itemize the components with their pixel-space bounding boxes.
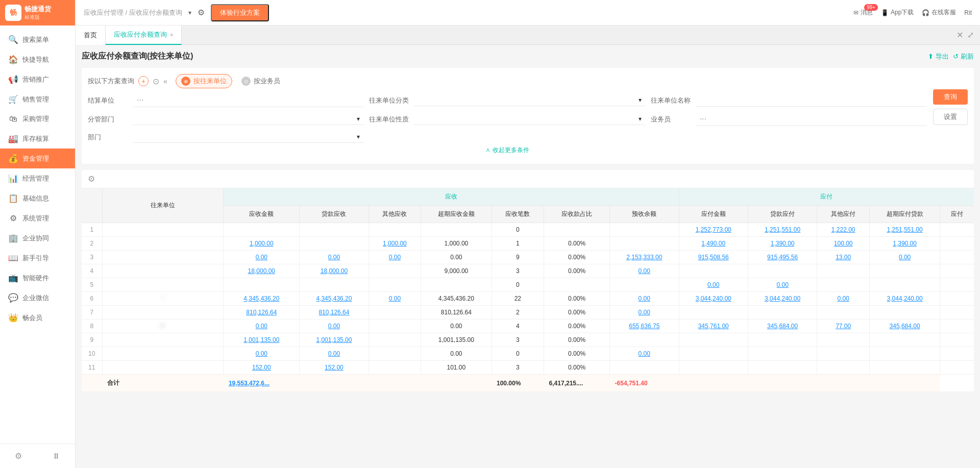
cell-loan-payable[interactable]: 3,044,240.00 [748, 292, 817, 306]
cell-other-receivable[interactable]: 0.00 [369, 292, 421, 306]
sidebar-item-guide[interactable]: 📖 新手引导 [0, 248, 75, 268]
cell-advance-balance[interactable]: 0.00 [610, 347, 679, 361]
cell-loan-payable[interactable]: 915,495.56 [748, 251, 817, 264]
cell-receivable-amount[interactable]: 18,000.00 [224, 264, 300, 278]
cell-loan-payable[interactable]: 0.00 [748, 278, 817, 292]
window-expand-icon[interactable]: ⤢ [967, 30, 974, 40]
cell-other-receivable[interactable]: 1,000.00 [369, 237, 421, 251]
cell-payable-amount[interactable]: 915,508.56 [679, 251, 748, 264]
dept-chevron: ▾ [357, 133, 360, 140]
cell-other-payable [817, 264, 870, 278]
dept-select[interactable]: ▾ [133, 131, 364, 143]
cell-overdue-payable[interactable]: 3,044,240.00 [869, 292, 940, 306]
cell-advance-balance[interactable]: 0.00 [610, 306, 679, 319]
sidebar-item-sales[interactable]: 🛒 销售管理 [0, 89, 75, 109]
cell-loan-receivable[interactable]: 4,345,436.20 [300, 292, 369, 306]
cell-overdue-payable[interactable]: 0.00 [869, 251, 940, 264]
cell-receivable-amount[interactable]: 810,126.64 [224, 306, 300, 319]
cell-other-payable[interactable]: 100.00 [817, 237, 870, 251]
sidebar-item-enterprise[interactable]: 🏢 企业协同 [0, 228, 75, 248]
cell-loan-receivable[interactable]: 0.00 [300, 251, 369, 264]
cell-receivable-amount[interactable]: 4,345,436.20 [224, 292, 300, 306]
sidebar-item-purchase[interactable]: 🛍 采购管理 [0, 109, 75, 129]
cell-other-payable[interactable]: 0.00 [817, 292, 870, 306]
cell-overdue-payable[interactable]: 1,390.00 [869, 237, 940, 251]
query-button[interactable]: 查询 [933, 89, 968, 105]
cell-loan-payable[interactable]: 345,684.00 [748, 319, 817, 333]
sidebar-item-finance[interactable]: 💰 资金管理 [0, 149, 75, 168]
sidebar-item-basic-info[interactable]: 📋 基础信息 [0, 188, 75, 208]
cell-advance-balance[interactable]: 2,153,333.00 [610, 251, 679, 264]
sidebar-item-operations[interactable]: 📊 经营管理 [0, 168, 75, 188]
refresh-button[interactable]: ↺ 刷新 [953, 52, 974, 61]
settlement-unit-input[interactable]: ··· [133, 93, 364, 107]
search-scheme-icon[interactable]: ⊙ [153, 77, 159, 86]
cell-receivable-amount[interactable]: 0.00 [224, 251, 300, 264]
sidebar-collapse-button[interactable]: ⏸ [48, 450, 64, 463]
search-add-button[interactable]: + [138, 76, 149, 86]
collapse-more-button[interactable]: ∧ 收起更多条件 [88, 143, 927, 158]
cell-payable-amount[interactable]: 0.00 [679, 278, 748, 292]
tab-home[interactable]: 首页 [76, 26, 106, 45]
cell-overdue-receivable: 4,345,436.20 [421, 292, 492, 306]
logo-subtitle: 标准版 [24, 14, 51, 21]
sidebar-settings-button[interactable]: ⚙ [11, 449, 26, 463]
partner-nature-select[interactable]: ▾ [414, 113, 645, 125]
cell-loan-payable[interactable]: 1,251,551.00 [748, 223, 817, 237]
sidebar-item-inventory[interactable]: 🏭 库存核算 [0, 129, 75, 149]
setting-button[interactable]: 设置 [933, 109, 968, 125]
cell-loan-payable[interactable]: 1,390.00 [748, 237, 817, 251]
cell-other-payable[interactable]: 1,222.00 [817, 223, 870, 237]
cell-receivable-amount[interactable]: 0.00 [224, 319, 300, 333]
cell-loan-receivable[interactable]: 0.00 [300, 319, 369, 333]
message-button[interactable]: ✉ 消息 99+ [853, 8, 873, 17]
cell-overdue-payable[interactable]: 345,684.00 [869, 319, 940, 333]
salesman-input[interactable]: ··· [696, 112, 927, 126]
tab-balance-query[interactable]: 应收应付余额查询 × [106, 26, 182, 45]
sidebar-item-quick-nav[interactable]: 🏠 快捷导航 [0, 50, 75, 69]
service-icon: 🎧 [922, 9, 929, 16]
cell-other-payable[interactable]: 77.00 [817, 319, 870, 333]
sidebar-item-search-menu[interactable]: 🔍 搜索菜单 [0, 30, 75, 50]
cell-payable-amount[interactable]: 345,761.00 [679, 319, 748, 333]
export-button[interactable]: ⬆ 导出 [928, 52, 949, 61]
cell-loan-receivable[interactable]: 0.00 [300, 347, 369, 361]
partner-category-select[interactable]: ▾ [414, 94, 645, 106]
topbar-dropdown-icon[interactable]: ▾ [188, 9, 191, 16]
cell-other-payable[interactable]: 13.00 [817, 251, 870, 264]
sidebar-item-wechat[interactable]: 💬 企业微信 [0, 288, 75, 308]
cell-receivable-amount[interactable]: 152.00 [224, 361, 300, 375]
window-close-icon[interactable]: ✕ [957, 30, 963, 40]
cell-payable-amount[interactable]: 3,044,240.00 [679, 292, 748, 306]
cell-advance-balance[interactable]: 0.00 [610, 264, 679, 278]
cell-overdue-payable[interactable]: 1,251,551.00 [869, 223, 940, 237]
search-collapse-icon[interactable]: « [163, 77, 167, 85]
cell-receivable-amount[interactable]: 0.00 [224, 347, 300, 361]
user-profile[interactable]: Rit [964, 9, 972, 16]
sidebar-item-hardware[interactable]: 📺 智能硬件 [0, 268, 75, 288]
sidebar-item-marketing[interactable]: 📢 营销推广 [0, 69, 75, 89]
cell-advance-balance[interactable]: 655,636.75 [610, 319, 679, 333]
service-button[interactable]: 🎧 在线客服 [922, 8, 956, 17]
sidebar-item-member[interactable]: 👑 畅会员 [0, 308, 75, 328]
cell-other-receivable[interactable]: 0.00 [369, 251, 421, 264]
cell-loan-receivable[interactable]: 152.00 [300, 361, 369, 375]
sidebar-item-system[interactable]: ⚙ 系统管理 [0, 208, 75, 228]
promo-button[interactable]: 体验行业方案 [211, 4, 269, 21]
cell-advance-balance[interactable]: 0.00 [610, 292, 679, 306]
tab-close-icon[interactable]: × [170, 32, 173, 38]
table-settings-icon[interactable]: ⚙ [88, 174, 95, 184]
cell-loan-receivable[interactable]: 810,126.64 [300, 306, 369, 319]
search-option-by-partner[interactable]: ⊕ 按往来单位 [176, 74, 232, 88]
partner-name-input[interactable] [696, 94, 927, 107]
cell-loan-receivable[interactable]: 18,000.00 [300, 264, 369, 278]
cell-receivable-amount[interactable]: 1,000.00 [224, 237, 300, 251]
cell-loan-receivable[interactable]: 1,001,135.00 [300, 333, 369, 347]
dept-manager-select[interactable]: ▾ [133, 113, 364, 125]
app-download-button[interactable]: 📱 App下载 [881, 8, 914, 17]
cell-receivable-amount[interactable]: 1,001,135.00 [224, 333, 300, 347]
cell-payable-amount[interactable]: 1,252,773.00 [679, 223, 748, 237]
cell-payable-amount[interactable]: 1,490.00 [679, 237, 748, 251]
search-option-by-salesman[interactable]: ⊙ 按业务员 [236, 75, 285, 88]
topbar-gear-icon[interactable]: ⚙ [198, 8, 205, 17]
